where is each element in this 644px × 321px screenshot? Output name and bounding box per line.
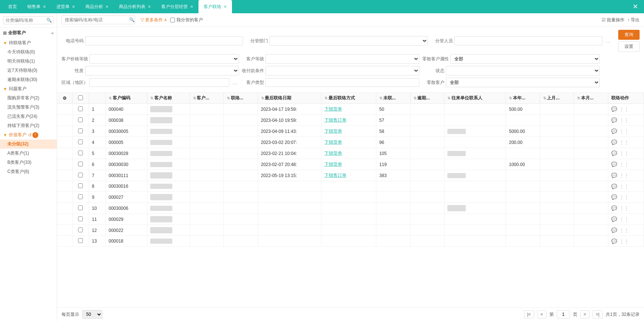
- more-action-icon[interactable]: ⋮⋮: [619, 106, 629, 112]
- nav-sales[interactable]: 销售单 ✕: [22, 0, 51, 13]
- nature-select[interactable]: [85, 66, 239, 75]
- contact-method-link[interactable]: 下销货单: [324, 140, 342, 145]
- sidebar-item-ungroup[interactable]: 未分组(32): [0, 140, 57, 149]
- person-dots[interactable]: …: [606, 38, 611, 44]
- reset-btn[interactable]: 设置: [618, 41, 640, 52]
- nav-customer-layer[interactable]: 客户分层经营 ✕: [156, 0, 198, 13]
- row-checkbox[interactable]: [78, 151, 83, 155]
- sidebar-item-a-class[interactable]: A类客户(1): [0, 149, 57, 158]
- dept-select[interactable]: [270, 36, 427, 46]
- nav-goods-analysis[interactable]: 商品分析 ✕: [80, 0, 114, 13]
- close-purchase-icon[interactable]: ✕: [72, 4, 75, 9]
- price-level-select[interactable]: [89, 54, 239, 64]
- col-overdue[interactable]: 逾期...: [410, 93, 444, 104]
- chat-icon[interactable]: 💬: [611, 194, 617, 200]
- sidebar-item-c-class[interactable]: C类客户(6): [0, 167, 57, 176]
- col-last-method[interactable]: 最后联络方式: [321, 93, 376, 104]
- prev-page-btn[interactable]: <: [537, 310, 546, 318]
- payment-select[interactable]: [265, 66, 419, 75]
- chat-icon[interactable]: 💬: [611, 205, 617, 211]
- retail-customer-select[interactable]: 全部: [446, 78, 600, 87]
- chat-icon[interactable]: 💬: [611, 216, 617, 222]
- row-checkbox[interactable]: [78, 227, 83, 232]
- first-page-btn[interactable]: |<: [524, 310, 534, 318]
- my-customers-checkbox[interactable]: [170, 18, 175, 22]
- chat-icon[interactable]: 💬: [611, 128, 617, 134]
- sidebar-item-churned[interactable]: 已流失客户(24): [0, 112, 57, 121]
- group-value-customer[interactable]: ▼ 价值客户 ↺ !: [0, 130, 57, 140]
- more-action-icon[interactable]: ⋮⋮: [619, 194, 629, 200]
- nav-customer-contact[interactable]: 客户联络 ✕: [198, 0, 232, 13]
- more-action-icon[interactable]: ⋮⋮: [619, 184, 629, 189]
- chat-icon[interactable]: 💬: [611, 151, 617, 156]
- chat-icon[interactable]: 💬: [611, 117, 617, 123]
- row-checkbox[interactable]: [78, 173, 83, 177]
- group-problem-customer[interactable]: ▼ 问题客户: [0, 84, 57, 94]
- col-type[interactable]: 客户...: [190, 93, 224, 104]
- contact-method-link[interactable]: 下销售订单: [324, 173, 346, 178]
- contact-method-link[interactable]: 下销售订单: [324, 117, 346, 123]
- select-all-checkbox[interactable]: [78, 95, 83, 100]
- chat-icon[interactable]: 💬: [611, 239, 617, 244]
- col-no-contact[interactable]: 未联...: [376, 93, 410, 104]
- customer-level-select[interactable]: [265, 54, 419, 64]
- customer-type-input[interactable]: [265, 78, 419, 87]
- page-input[interactable]: [557, 310, 570, 318]
- row-checkbox[interactable]: [78, 205, 83, 210]
- status-select[interactable]: [446, 66, 600, 75]
- nav-goods-list[interactable]: 商品分析列表 ✕: [114, 0, 156, 13]
- row-checkbox[interactable]: [78, 117, 83, 122]
- contact-method-link[interactable]: 下销货单: [324, 162, 342, 167]
- row-checkbox[interactable]: [78, 183, 83, 188]
- chat-icon[interactable]: 💬: [611, 162, 617, 167]
- contact-method-link[interactable]: 下销货单: [324, 106, 342, 112]
- contact-method-link[interactable]: 下销货单: [324, 128, 342, 134]
- retail-attr-select[interactable]: 全部: [450, 54, 600, 64]
- my-customers-checkbox-label[interactable]: 我分管的客户: [170, 17, 203, 23]
- sidebar-item-churn-warning[interactable]: 流失预警客户(3): [0, 103, 57, 112]
- batch-op-btn[interactable]: ☑ 批量操作: [602, 17, 624, 23]
- row-checkbox[interactable]: [78, 140, 83, 144]
- col-name[interactable]: 客户名称: [147, 93, 190, 104]
- col-this-month[interactable]: 本月...: [574, 93, 608, 104]
- row-checkbox[interactable]: [78, 194, 83, 199]
- col-last-month[interactable]: 上月...: [540, 93, 574, 104]
- contact-method-link[interactable]: 下销货单: [324, 151, 342, 156]
- col-trading[interactable]: 往来单位联系人: [444, 93, 506, 104]
- region-input[interactable]: [89, 78, 229, 87]
- close-goods-list-icon[interactable]: ✕: [148, 4, 151, 9]
- close-customer-layer-icon[interactable]: ✕: [190, 4, 193, 9]
- col-last-date[interactable]: 最后联络日期: [258, 93, 321, 104]
- more-action-icon[interactable]: ⋮⋮: [619, 162, 629, 167]
- more-action-icon[interactable]: ⋮⋮: [619, 205, 629, 211]
- export-btn[interactable]: ↑ 导出: [627, 17, 640, 23]
- chat-icon[interactable]: 💬: [611, 140, 617, 145]
- person-input[interactable]: [454, 36, 603, 45]
- window-close-btn[interactable]: ✕: [630, 3, 641, 11]
- row-checkbox[interactable]: [78, 238, 83, 243]
- more-action-icon[interactable]: ⋮⋮: [619, 216, 629, 222]
- collapse-icon[interactable]: «: [51, 31, 54, 36]
- more-action-icon[interactable]: ⋮⋮: [619, 239, 629, 244]
- row-checkbox[interactable]: [78, 106, 83, 111]
- region-dots[interactable]: …: [232, 80, 237, 85]
- col-code[interactable]: 客户编码: [105, 93, 147, 104]
- row-checkbox[interactable]: [78, 128, 83, 133]
- row-checkbox[interactable]: [78, 162, 83, 166]
- more-action-icon[interactable]: ⋮⋮: [619, 117, 629, 123]
- filter-search-input[interactable]: [61, 15, 135, 24]
- query-btn[interactable]: 查询: [618, 30, 640, 40]
- col-contact[interactable]: 联络...: [224, 93, 258, 104]
- col-settings[interactable]: ⚙: [57, 93, 72, 104]
- nav-purchase[interactable]: 进货单 ✕: [51, 0, 80, 13]
- next-page-btn[interactable]: >: [580, 310, 590, 318]
- refresh-icon[interactable]: ↺: [28, 133, 32, 138]
- close-goods-analysis-icon[interactable]: ✕: [105, 4, 109, 9]
- more-action-icon[interactable]: ⋮⋮: [619, 227, 629, 233]
- search-icon[interactable]: 🔍: [129, 17, 135, 22]
- phone-input[interactable]: [85, 36, 243, 45]
- last-page-btn[interactable]: >|: [592, 310, 603, 318]
- more-action-icon[interactable]: ⋮⋮: [619, 151, 629, 156]
- sidebar-item-tomorrow[interactable]: 明天待联络(1): [0, 57, 57, 66]
- col-this-year[interactable]: 本年...: [506, 93, 540, 104]
